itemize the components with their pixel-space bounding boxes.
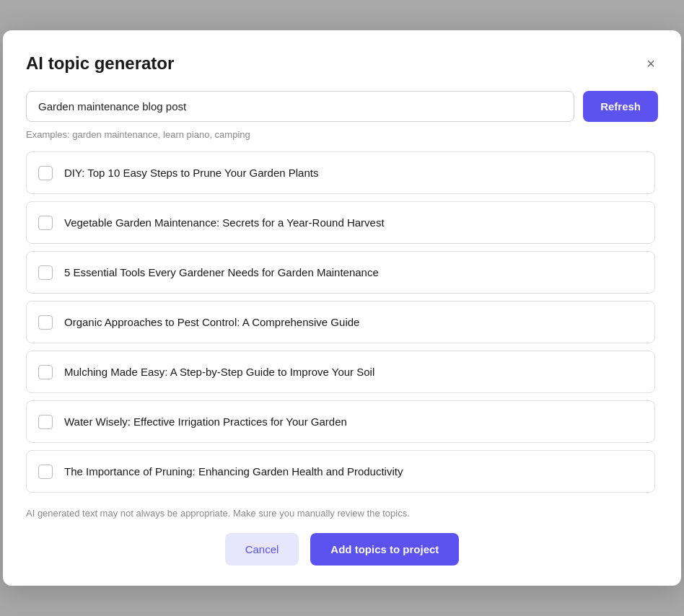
topic-label-3: 5 Essential Tools Every Gardener Needs f… bbox=[64, 265, 379, 280]
topic-checkbox-3[interactable] bbox=[38, 265, 53, 280]
examples-text: Examples: garden maintenance, learn pian… bbox=[26, 129, 658, 140]
topic-checkbox-7[interactable] bbox=[38, 465, 53, 479]
topic-item[interactable]: The Importance of Pruning: Enhancing Gar… bbox=[26, 450, 655, 493]
topic-label-4: Organic Approaches to Pest Control: A Co… bbox=[64, 314, 359, 330]
modal-footer: Cancel Add topics to project bbox=[26, 533, 658, 566]
search-row: Refresh bbox=[26, 91, 658, 122]
topic-item[interactable]: Organic Approaches to Pest Control: A Co… bbox=[26, 301, 655, 343]
topic-label-7: The Importance of Pruning: Enhancing Gar… bbox=[64, 464, 403, 479]
modal-title: AI topic generator bbox=[26, 53, 174, 74]
search-input[interactable] bbox=[26, 91, 574, 122]
topic-item[interactable]: Water Wisely: Effective Irrigation Pract… bbox=[26, 400, 655, 443]
topic-label-2: Vegetable Garden Maintenance: Secrets fo… bbox=[64, 215, 385, 230]
refresh-button[interactable]: Refresh bbox=[583, 91, 658, 122]
topic-item[interactable]: Vegetable Garden Maintenance: Secrets fo… bbox=[26, 201, 655, 244]
topic-item[interactable]: Mulching Made Easy: A Step-by-Step Guide… bbox=[26, 351, 655, 393]
close-button[interactable]: × bbox=[644, 53, 658, 74]
topic-checkbox-5[interactable] bbox=[38, 365, 53, 379]
topics-list-wrapper: DIY: Top 10 Easy Steps to Prune Your Gar… bbox=[26, 151, 658, 498]
cancel-button[interactable]: Cancel bbox=[225, 533, 299, 566]
topic-label-5: Mulching Made Easy: A Step-by-Step Guide… bbox=[64, 364, 374, 379]
ai-topic-generator-modal: AI topic generator × Refresh Examples: g… bbox=[3, 30, 681, 586]
topics-list[interactable]: DIY: Top 10 Easy Steps to Prune Your Gar… bbox=[26, 151, 658, 498]
topic-label-1: DIY: Top 10 Easy Steps to Prune Your Gar… bbox=[64, 165, 318, 180]
modal-overlay: AI topic generator × Refresh Examples: g… bbox=[0, 0, 684, 616]
modal-header: AI topic generator × bbox=[26, 53, 658, 74]
topic-checkbox-4[interactable] bbox=[38, 315, 53, 330]
disclaimer-text: AI generated text may not always be appr… bbox=[26, 508, 658, 519]
topic-checkbox-6[interactable] bbox=[38, 415, 53, 429]
topic-label-6: Water Wisely: Effective Irrigation Pract… bbox=[64, 414, 347, 429]
topic-checkbox-1[interactable] bbox=[38, 166, 53, 180]
topic-item[interactable]: 5 Essential Tools Every Gardener Needs f… bbox=[26, 251, 655, 294]
topic-item[interactable]: DIY: Top 10 Easy Steps to Prune Your Gar… bbox=[26, 151, 655, 194]
add-topics-button[interactable]: Add topics to project bbox=[310, 533, 459, 566]
topic-checkbox-2[interactable] bbox=[38, 216, 53, 230]
